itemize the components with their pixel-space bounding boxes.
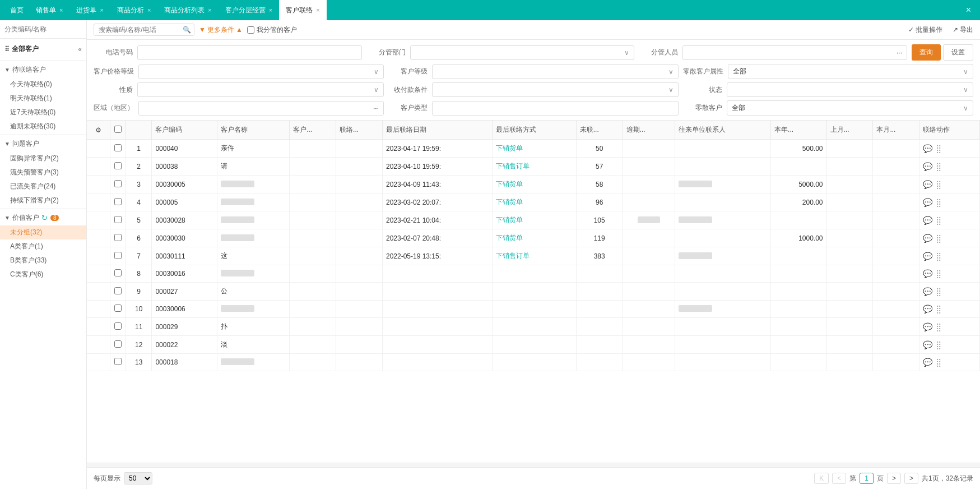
row-checkbox[interactable] (114, 162, 122, 169)
all-customers-header[interactable]: ⠿ 全部客户 « (0, 41, 86, 57)
name-cell[interactable] (217, 229, 290, 247)
price-grade-input[interactable]: ∨ (138, 64, 384, 79)
not-contacted-col-header[interactable]: 未联... (576, 121, 623, 140)
qr-icon[interactable]: ⣿ (936, 322, 941, 331)
home-tab[interactable]: 首页 (4, 0, 29, 20)
prev-page-btn[interactable]: < (832, 473, 846, 484)
tab-customer-contact[interactable]: 客户联络 × (279, 0, 326, 20)
sidebar-group-problem[interactable]: ▼ 问题客户 (0, 136, 86, 151)
last-contact-way-col-header[interactable]: 最后联络方式 (492, 121, 576, 140)
checkbox-cell[interactable] (110, 283, 126, 301)
region-input[interactable]: ··· (138, 101, 384, 116)
phone-input[interactable] (137, 45, 362, 60)
close-window-button[interactable]: × (962, 5, 976, 15)
checkbox-cell[interactable] (110, 265, 126, 283)
chat-icon[interactable]: 💬 (923, 322, 932, 331)
last-contact-way-cell[interactable]: 下销货单 (492, 211, 576, 229)
filter-search-box[interactable]: 🔍 (94, 24, 194, 36)
last-contact-way-cell[interactable] (492, 318, 576, 336)
last-contact-way-cell[interactable] (492, 265, 576, 283)
chat-icon[interactable]: 💬 (923, 252, 932, 261)
name-cell[interactable]: 请 (217, 158, 290, 176)
sidebar-item-near7[interactable]: 近7天待联络(0) (0, 105, 86, 119)
row-checkbox[interactable] (114, 144, 122, 151)
dept-input[interactable]: ∨ (410, 45, 635, 60)
row-checkbox[interactable] (114, 198, 122, 205)
retail-attr-input[interactable]: 全部 ∨ (728, 64, 973, 79)
more-conditions-btn[interactable]: ▼ 更多条件 ▲ (199, 25, 243, 35)
name-cell[interactable] (217, 265, 290, 283)
last-contact-date-col-header[interactable]: 最后联络日期 (382, 121, 492, 140)
qr-icon[interactable]: ⣿ (936, 180, 941, 189)
filter-search-icon[interactable]: 🔍 (183, 26, 191, 34)
sidebar-item-declining[interactable]: 持续下滑客户(2) (0, 193, 86, 207)
sidebar-item-a-class[interactable]: A类客户(1) (0, 239, 86, 253)
my-customers-checkbox[interactable] (247, 26, 254, 34)
contact-way-link[interactable]: 下销货单 (496, 234, 523, 242)
last-contact-way-cell[interactable]: 下销货单 (492, 229, 576, 247)
chat-icon[interactable]: 💬 (923, 180, 932, 189)
row-checkbox[interactable] (114, 252, 122, 259)
last-contact-way-cell[interactable] (492, 283, 576, 301)
person-input[interactable]: ··· (682, 45, 907, 60)
name-cell[interactable]: 亲仵 (217, 140, 290, 158)
sidebar-item-c-class[interactable]: C类客户(6) (0, 267, 86, 282)
sidebar-item-churn-risk[interactable]: 流失预警客户(3) (0, 165, 86, 179)
checkbox-cell[interactable] (110, 176, 126, 193)
chat-icon[interactable]: 💬 (923, 287, 932, 296)
qr-icon[interactable]: ⣿ (936, 252, 941, 261)
last-contact-way-cell[interactable] (492, 336, 576, 354)
tab-customer-seg[interactable]: 客户分层经营 × (219, 0, 279, 20)
name-cell[interactable] (217, 176, 290, 193)
row-checkbox[interactable] (114, 358, 122, 365)
checkbox-cell[interactable] (110, 301, 126, 318)
checkbox-col-header[interactable] (110, 121, 126, 140)
last-contact-way-cell[interactable] (492, 354, 576, 371)
row-checkbox[interactable] (114, 322, 122, 330)
chat-icon[interactable]: 💬 (923, 216, 932, 225)
sidebar-item-abnormal[interactable]: 固购异常客户(2) (0, 151, 86, 165)
batch-op-button[interactable]: ✓ 批量操作 (908, 25, 942, 35)
checkbox-cell[interactable] (110, 336, 126, 354)
close-icon-purchase[interactable]: × (100, 7, 103, 13)
last-page-btn[interactable]: > (904, 473, 918, 484)
gender-input[interactable]: ∨ (137, 82, 384, 97)
close-icon-analysis-list[interactable]: × (208, 7, 211, 13)
sidebar-group-pending[interactable]: ▼ 待联络客户 (0, 62, 86, 77)
sidebar-item-overdue[interactable]: 逾期未联络(30) (0, 119, 86, 133)
tab-purchase[interactable]: 进货单 × (69, 0, 110, 20)
name-col-header[interactable]: 客户名称 (217, 121, 290, 140)
my-customers-filter[interactable]: 我分管的客户 (247, 25, 297, 35)
checkbox-cell[interactable] (110, 318, 126, 336)
unit-contact-col-header[interactable]: 往来单位联系人 (675, 121, 771, 140)
checkbox-cell[interactable] (110, 247, 126, 265)
name-cell[interactable] (217, 354, 290, 371)
qr-icon[interactable]: ⣿ (936, 198, 941, 207)
close-icon-customer-contact[interactable]: × (316, 7, 319, 13)
chat-icon[interactable]: 💬 (923, 198, 932, 207)
name-cell[interactable]: 扑 (217, 318, 290, 336)
contact-way-link[interactable]: 下销售订单 (496, 252, 530, 260)
chat-icon[interactable]: 💬 (923, 162, 932, 171)
filter-search-input[interactable] (99, 26, 183, 34)
first-page-btn[interactable]: K (814, 473, 829, 484)
retail-customer-input[interactable]: 全部 ∨ (727, 100, 973, 116)
overdue-col-header[interactable]: 逾期... (623, 121, 675, 140)
this-year-col-header[interactable]: 本年... (771, 121, 826, 140)
name-cell[interactable]: 公 (217, 283, 290, 301)
reset-button[interactable]: 设置 (943, 44, 973, 61)
qr-icon[interactable]: ⣿ (936, 287, 941, 296)
sidebar-item-b-class[interactable]: B类客户(33) (0, 253, 86, 267)
chat-icon[interactable]: 💬 (923, 340, 932, 349)
contact-way-link[interactable]: 下销货单 (496, 144, 523, 152)
checkbox-cell[interactable] (110, 354, 126, 371)
row-checkbox[interactable] (114, 269, 122, 276)
chat-icon[interactable]: 💬 (923, 144, 932, 153)
qr-icon[interactable]: ⣿ (936, 234, 941, 243)
sidebar-item-lost[interactable]: 已流失客户(24) (0, 179, 86, 193)
row-checkbox[interactable] (114, 216, 122, 223)
contact-way-link[interactable]: 下销售订单 (496, 162, 530, 170)
row-checkbox[interactable] (114, 340, 122, 348)
customer-grade-input[interactable]: ∨ (432, 64, 679, 79)
close-icon-customer-seg[interactable]: × (269, 7, 272, 13)
